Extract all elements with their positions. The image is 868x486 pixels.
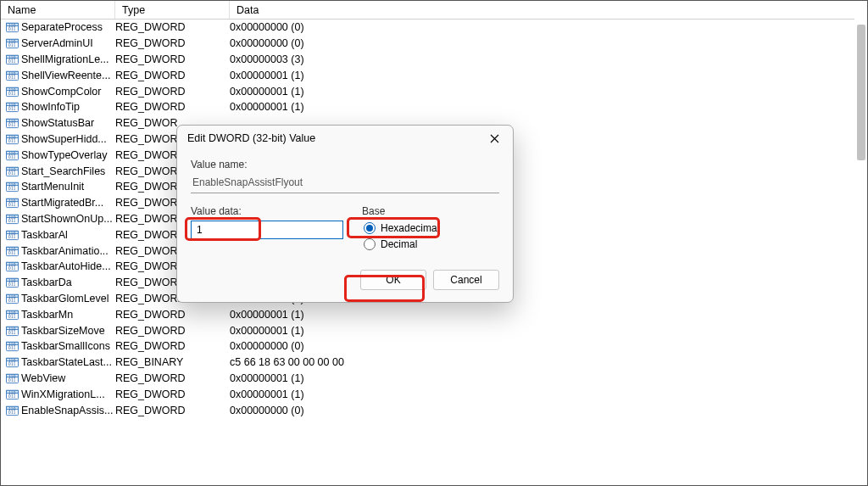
cell-type: REG_DWORD xyxy=(115,70,230,81)
cell-data: 0x00000003 (3) xyxy=(230,53,867,65)
table-row[interactable]: 011 110 WinXMigrationL...REG_DWORD0x0000… xyxy=(1,386,867,402)
registry-value-icon: 011 110 xyxy=(6,325,19,337)
cell-data: 0x00000001 (1) xyxy=(230,372,867,384)
cell-name-text: ServerAdminUI xyxy=(21,37,93,49)
table-row[interactable]: 011 110 ShowCompColorREG_DWORD0x00000001… xyxy=(1,83,867,99)
cell-name-text: TaskbarSmallIcons xyxy=(21,340,110,352)
cell-name-text: ShowInfoTip xyxy=(21,101,80,113)
radio-dec-label: Decimal xyxy=(381,238,417,250)
table-row[interactable]: 011 110 ServerAdminUIREG_DWORD0x00000000… xyxy=(1,36,867,52)
table-row[interactable]: 011 110 TaskbarSmallIconsREG_DWORD0x0000… xyxy=(1,338,867,355)
cell-name-text: StartMenuInit xyxy=(21,181,84,193)
svg-text:110: 110 xyxy=(8,294,16,299)
registry-value-icon: 011 110 xyxy=(6,133,19,145)
svg-text:110: 110 xyxy=(8,310,16,316)
registry-value-icon: 011 110 xyxy=(6,213,19,225)
svg-text:110: 110 xyxy=(8,55,16,60)
svg-text:110: 110 xyxy=(8,231,16,236)
close-button[interactable] xyxy=(477,127,511,149)
cell-name: 011 110 ShowCompColor xyxy=(6,86,115,98)
cell-name: 011 110 ShellMigrationLe... xyxy=(6,53,115,65)
dialog-footer: OK Cancel xyxy=(177,265,513,302)
radio-dot-icon xyxy=(364,222,376,234)
cell-name: 011 110 TaskbarAnimatio... xyxy=(6,245,115,257)
cell-name-text: StartMigratedBr... xyxy=(21,197,103,209)
cell-name: 011 110 TaskbarGlomLevel xyxy=(6,293,115,304)
cell-data: 0x00000001 (1) xyxy=(230,325,867,337)
column-header-data[interactable]: Data xyxy=(230,1,867,19)
registry-value-icon: 011 110 xyxy=(6,21,19,33)
ok-button[interactable]: OK xyxy=(360,270,426,290)
radio-dot-icon xyxy=(364,238,376,250)
registry-value-icon: 011 110 xyxy=(6,340,19,352)
cell-data: 0x00000000 (0) xyxy=(230,21,867,33)
cell-name-text: WebView xyxy=(21,372,65,384)
value-data-label: Value data: xyxy=(191,205,343,217)
cell-name-text: ShowStatusBar xyxy=(21,117,94,129)
cell-data: 0x00000000 (0) xyxy=(230,405,867,416)
value-data-field[interactable] xyxy=(191,221,343,239)
table-row[interactable]: 011 110 WebViewREG_DWORD0x00000001 (1) xyxy=(1,371,867,387)
cell-data: c5 66 18 63 00 00 00 00 xyxy=(230,356,867,368)
cell-name: 011 110 ShowStatusBar xyxy=(6,117,115,129)
cell-name: 011 110 TaskbarAutoHide... xyxy=(6,260,115,272)
radio-decimal[interactable]: Decimal xyxy=(362,237,499,253)
cell-name-text: ShellViewReente... xyxy=(21,70,110,81)
radio-hex-label: Hexadecimal xyxy=(381,222,439,234)
svg-text:110: 110 xyxy=(8,279,16,284)
cancel-button[interactable]: Cancel xyxy=(433,270,499,290)
registry-value-icon: 011 110 xyxy=(6,117,19,129)
svg-text:110: 110 xyxy=(8,87,16,92)
cell-name: 011 110 TaskbarSmallIcons xyxy=(6,340,115,352)
cell-name-text: WinXMigrationL... xyxy=(21,388,105,400)
cell-type: REG_DWORD xyxy=(115,86,230,98)
table-row[interactable]: 011 110 ShellMigrationLe...REG_DWORD0x00… xyxy=(1,52,867,68)
edit-dword-dialog: Edit DWORD (32-bit) Value Value name: Va… xyxy=(176,125,514,303)
radio-hexadecimal[interactable]: Hexadecimal xyxy=(362,221,499,237)
svg-text:110: 110 xyxy=(8,71,16,76)
cell-name: 011 110 SeparateProcess xyxy=(6,21,115,33)
column-headers: Name Type Data xyxy=(1,1,867,20)
cell-name-text: TaskbarAl xyxy=(21,229,68,241)
svg-text:110: 110 xyxy=(8,40,16,45)
registry-value-icon: 011 110 xyxy=(6,53,19,65)
cell-type: REG_DWORD xyxy=(115,340,230,352)
base-label: Base xyxy=(362,205,499,217)
table-row[interactable]: 011 110 ShowInfoTipREG_DWORD0x00000001 (… xyxy=(1,99,867,115)
value-name-field xyxy=(191,174,499,193)
column-header-type[interactable]: Type xyxy=(115,1,230,19)
cell-name-text: TaskbarDa xyxy=(21,277,72,288)
svg-text:110: 110 xyxy=(8,167,16,172)
cell-type: REG_DWORD xyxy=(115,309,230,321)
cell-data: 0x00000001 (1) xyxy=(230,101,867,113)
table-row[interactable]: 011 110 SeparateProcessREG_DWORD0x000000… xyxy=(1,20,867,36)
svg-text:110: 110 xyxy=(8,390,16,395)
column-header-name[interactable]: Name xyxy=(1,1,115,19)
cell-name: 011 110 TaskbarStateLast... xyxy=(6,356,115,368)
scrollbar-track[interactable] xyxy=(854,1,867,485)
svg-text:110: 110 xyxy=(8,183,16,188)
registry-value-icon: 011 110 xyxy=(6,245,19,257)
registry-value-icon: 011 110 xyxy=(6,37,19,49)
cell-name: 011 110 ServerAdminUI xyxy=(6,37,115,49)
table-row[interactable]: 011 110 TaskbarStateLast...REG_BINARYc5 … xyxy=(1,355,867,371)
table-row[interactable]: 011 110 TaskbarSizeMoveREG_DWORD0x000000… xyxy=(1,322,867,338)
cell-name: 011 110 StartShownOnUp... xyxy=(6,213,115,225)
cell-type: REG_DWORD xyxy=(115,372,230,384)
scrollbar-thumb[interactable] xyxy=(857,25,865,160)
cell-name: 011 110 StartMenuInit xyxy=(6,181,115,193)
svg-text:110: 110 xyxy=(8,103,16,109)
registry-value-icon: 011 110 xyxy=(6,260,19,272)
cell-type: REG_DWORD xyxy=(115,325,230,337)
table-row[interactable]: 011 110 TaskbarMnREG_DWORD0x00000001 (1) xyxy=(1,306,867,322)
svg-text:110: 110 xyxy=(8,199,16,204)
registry-value-icon: 011 110 xyxy=(6,229,19,241)
cell-name-text: StartShownOnUp... xyxy=(21,213,113,225)
cell-name: 011 110 Start_SearchFiles xyxy=(6,165,115,177)
cell-name: 011 110 TaskbarMn xyxy=(6,309,115,321)
table-row[interactable]: 011 110 EnableSnapAssis...REG_DWORD0x000… xyxy=(1,402,867,418)
table-row[interactable]: 011 110 ShellViewReente...REG_DWORD0x000… xyxy=(1,67,867,83)
cell-name: 011 110 EnableSnapAssis... xyxy=(6,405,115,416)
cell-name-text: ShowTypeOverlay xyxy=(21,149,107,161)
cell-name-text: ShowSuperHidd... xyxy=(21,133,107,145)
